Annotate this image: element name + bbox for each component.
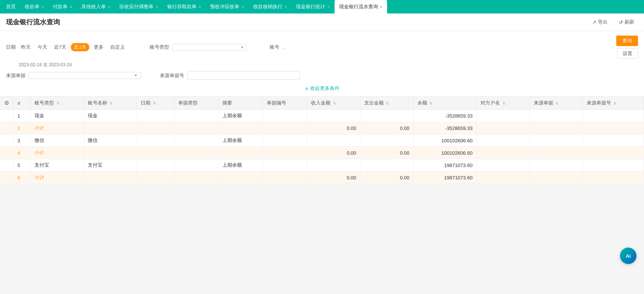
th-expense[interactable]: 支出金额 ⇅ xyxy=(360,97,413,110)
source-doc-no-label: 来源单据号 xyxy=(160,72,184,79)
refresh-button[interactable]: ↺ 刷新 xyxy=(615,17,638,27)
filter-area: 日期 昨天 今天 近7天 近1月 更多 自定义 账号类型 ▼ 账号 ... xyxy=(0,31,644,97)
settings-button[interactable]: 设置 xyxy=(617,48,638,59)
export-icon: ↗ xyxy=(592,19,596,25)
sort-icon: ⇅ xyxy=(333,101,336,105)
account-type-select[interactable]: ▼ xyxy=(172,44,247,51)
sort-icon: ⇅ xyxy=(153,101,156,105)
chevron-down-icon: ▼ xyxy=(240,45,244,49)
table-row: 4小计0.000.00100102606.60 xyxy=(0,147,644,159)
account-filter-group: 账号 ... xyxy=(270,44,287,51)
data-table: ⚙ # 账号类型 ⇅ 账号名称 ⇅ 日期 ⇅ 单据类型 摘要 单据编号 收入金额… xyxy=(0,97,644,184)
th-summary: 摘要 xyxy=(219,97,263,110)
collapse-label: 收起更多条件 xyxy=(310,85,339,92)
nav-item-receipt[interactable]: 收款单 × xyxy=(20,0,48,13)
nav-item-home[interactable]: 首页 xyxy=(2,0,20,13)
nav-item-ar-adjust[interactable]: 应收应付调整单 × xyxy=(115,0,162,13)
date-7days[interactable]: 近7天 xyxy=(52,43,69,51)
th-date[interactable]: 日期 ⇅ xyxy=(137,97,174,110)
th-no: # xyxy=(14,97,31,110)
th-account-type[interactable]: 账号类型 ⇅ xyxy=(31,97,84,110)
source-doc-no-filter-group: 来源单据号 xyxy=(160,71,300,80)
source-doc-label: 来源单据 xyxy=(6,72,26,79)
collapse-bar[interactable]: ∧ 收起更多条件 xyxy=(6,83,638,92)
search-button[interactable]: 查询 xyxy=(616,36,638,46)
table-container: ⚙ # 账号类型 ⇅ 账号名称 ⇅ 日期 ⇅ 单据类型 摘要 单据编号 收入金额… xyxy=(0,97,644,184)
th-doc-type: 单据类型 xyxy=(174,97,219,110)
page-header: 现金银行流水查询 ↗ 导出 ↺ 刷新 xyxy=(0,13,644,31)
close-icon[interactable]: × xyxy=(380,4,383,9)
date-1month[interactable]: 近1月 xyxy=(71,43,89,51)
account-type-label: 账号类型 xyxy=(150,44,169,51)
chevron-down-icon: ▼ xyxy=(134,73,138,78)
close-icon[interactable]: × xyxy=(242,4,244,9)
th-income[interactable]: 收入金额 ⇅ xyxy=(307,97,360,110)
top-nav: 首页 收款单 × 付款单 × 其他收入单 × 应收应付调整单 × 银行存取款单 … xyxy=(0,0,644,13)
source-doc-no-input[interactable] xyxy=(187,71,300,80)
date-label: 日期 xyxy=(6,44,16,51)
nav-item-bank-withdraw[interactable]: 银行存取款单 × xyxy=(163,0,206,13)
th-settings[interactable]: ⚙ xyxy=(0,97,14,110)
close-icon[interactable]: × xyxy=(199,4,201,9)
nav-item-bank-stats[interactable]: 现金银行统计 × xyxy=(291,0,334,13)
table-row: 6小计0.000.0019871073.60 xyxy=(0,172,644,184)
filter-row-2: 来源单据 ▼ 来源单据号 xyxy=(6,71,638,80)
source-doc-select[interactable]: ▼ xyxy=(29,72,141,79)
sort-icon: ⇅ xyxy=(386,101,389,105)
th-source-doc[interactable]: 来源单据 ⇅ xyxy=(530,97,583,110)
nav-item-collection[interactable]: 收款核销执行 × xyxy=(249,0,291,13)
table-row: 3微信微信上期余额100102606.60 xyxy=(0,134,644,147)
th-balance[interactable]: 余额 ⇅ xyxy=(413,97,476,110)
nav-item-other-income[interactable]: 其他收入单 × xyxy=(77,0,115,13)
table-row: 1现金现金上期余额-3528659.33 xyxy=(0,110,644,122)
close-icon[interactable]: × xyxy=(327,4,330,9)
close-icon[interactable]: × xyxy=(285,4,287,9)
date-more[interactable]: 更多 xyxy=(92,43,106,51)
account-more-btn[interactable]: ... xyxy=(282,45,287,50)
date-custom[interactable]: 自定义 xyxy=(108,43,127,51)
th-account-name[interactable]: 账号名称 ⇅ xyxy=(84,97,137,110)
sort-icon: ⇅ xyxy=(429,101,432,105)
sort-icon: ⇅ xyxy=(555,101,558,105)
search-actions: 查询 设置 xyxy=(616,36,638,59)
date-shortcuts: 昨天 今天 近7天 近1月 更多 自定义 xyxy=(19,43,127,51)
close-icon[interactable]: × xyxy=(108,4,110,9)
refresh-icon: ↺ xyxy=(619,19,623,25)
date-range-text: 2023-02-24 至 2023-03-24 xyxy=(19,62,72,67)
nav-item-bank-flow[interactable]: 现金银行流水查询 × xyxy=(335,0,387,13)
nav-item-prepayment[interactable]: 预收冲应收单 × xyxy=(206,0,248,13)
th-counterparty[interactable]: 对方户名 ⇅ xyxy=(476,97,530,110)
th-doc-no: 单据编号 xyxy=(263,97,307,110)
account-label: 账号 xyxy=(270,44,279,51)
date-range-display: 2023-02-24 至 2023-03-24 xyxy=(17,62,638,68)
account-type-filter-group: 账号类型 ▼ xyxy=(150,44,247,51)
collapse-up-icon: ∧ xyxy=(305,86,309,91)
nav-item-payment[interactable]: 付款单 × xyxy=(48,0,77,13)
date-today[interactable]: 今天 xyxy=(35,43,50,51)
close-icon[interactable]: × xyxy=(156,4,158,9)
sort-icon: ⇅ xyxy=(57,101,60,105)
page-title: 现金银行流水查询 xyxy=(6,18,60,27)
table-header-row: ⚙ # 账号类型 ⇅ 账号名称 ⇅ 日期 ⇅ 单据类型 摘要 单据编号 收入金额… xyxy=(0,97,644,110)
th-source-doc-no[interactable]: 来源单据号 ⇅ xyxy=(583,97,644,110)
sort-icon: ⇅ xyxy=(503,101,506,105)
date-filter-group: 日期 昨天 今天 近7天 近1月 更多 自定义 xyxy=(6,43,127,51)
filter-row-1: 日期 昨天 今天 近7天 近1月 更多 自定义 账号类型 ▼ 账号 ... xyxy=(6,36,638,59)
table-row: 2小计0.000.00-3528659.33 xyxy=(0,122,644,134)
sort-icon: ⇅ xyxy=(614,101,617,105)
export-button[interactable]: ↗ 导出 xyxy=(588,17,611,27)
source-doc-filter-group: 来源单据 ▼ xyxy=(6,72,141,79)
table-row: 5支付宝支付宝上期余额19871073.60 xyxy=(0,159,644,172)
gear-icon[interactable]: ⚙ xyxy=(4,100,9,106)
close-icon[interactable]: × xyxy=(70,4,72,9)
close-icon[interactable]: × xyxy=(42,4,44,9)
header-actions: ↗ 导出 ↺ 刷新 xyxy=(588,17,638,27)
date-yesterday[interactable]: 昨天 xyxy=(19,43,33,51)
sort-icon: ⇅ xyxy=(110,101,113,105)
